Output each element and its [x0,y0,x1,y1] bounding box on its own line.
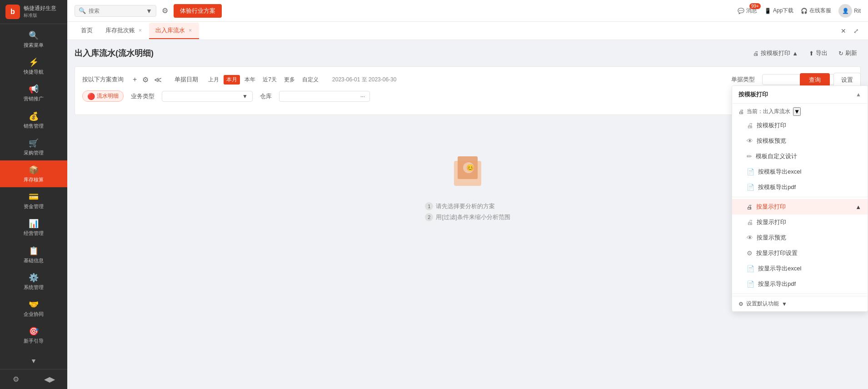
sidebar-item-sales[interactable]: 💰销售管理 [0,107,67,134]
export-icon: ⬆ [809,50,814,57]
dropdown-panel-expand-btn[interactable]: ▲ [856,91,861,98]
empty-tip-2: 2 用[过滤]条件来缩小分析范围 [425,213,510,221]
dropdown-item-display-export-pdf[interactable]: 📄按显示导出pdf [732,276,868,292]
inventory-label: 库存核算 [24,177,44,183]
dropdown-item-template-custom[interactable]: ✏模板自定义设计 [732,149,868,164]
sidebar-item-guide[interactable]: 🎯新手引导 [0,322,67,349]
dropdown-item-display-print-settings[interactable]: ⚙按显示打印设置 [732,245,868,261]
header-gear-btn[interactable]: ⚙ [162,6,168,15]
display-preview-icon: 👁 [747,234,753,241]
dropdown-item-display-print[interactable]: 🖨按显示打印 [732,214,868,230]
filter-add-btn[interactable]: + [131,75,139,85]
capital-icon: 💳 [29,192,39,202]
app-download-label: App下载 [773,7,793,15]
logo-icon: b [5,5,20,19]
dropdown-panel: 按模板打印 ▲ 🖨 当前：出入库流水 ▼ 🖨按模板打印👁按模板预览✏模板自定义设… [732,85,868,312]
dropdown-item-template-export-excel[interactable]: 📄按模板导出excel [732,164,868,180]
sales-icon: 💰 [29,111,39,121]
sidebar-scroll-up[interactable]: ▼ [28,354,40,367]
current-icon: 🖨 [738,109,744,115]
tab-batch-ledger[interactable]: 库存批次账× [99,23,149,39]
refresh-btn[interactable]: ↻ 刷新 [835,47,861,59]
dropdown-footer[interactable]: ⚙ 设置默认功能 ▼ [732,296,868,311]
search-icon: 🔍 [29,30,39,40]
business-type-select[interactable]: ▼ [162,91,253,102]
date-btn-prev-month[interactable]: 上月 [205,75,222,85]
display-export-pdf-icon: 📄 [747,280,754,288]
tab-close-batch-ledger[interactable]: × [138,28,143,33]
sidebar-item-cooperation[interactable]: 🤝企业协同 [0,295,67,322]
display-print-icon: 🖨 [747,219,753,226]
dropdown-divider-1 [732,197,868,197]
template-items: 🖨按模板打印👁按模板预览✏模板自定义设计📄按模板导出excel📄按模板导出pdf [732,118,868,195]
user-info[interactable]: 👤 Rit [838,4,861,18]
display-export-excel-icon: 📄 [747,265,754,272]
sidebar-settings-btn[interactable]: ⚙ [9,373,23,385]
sidebar-item-marketing[interactable]: 📢营销推广 [0,80,67,106]
template-export-excel-label: 按模板导出excel [758,168,801,176]
dropdown-item-template-print[interactable]: 🖨按模板打印 [732,118,868,133]
export-btn[interactable]: ⬆ 导出 [805,47,831,59]
online-service-btn[interactable]: 🎧 在线客服 [801,7,831,15]
date-label: 单据日期 [175,75,198,84]
sidebar-item-capital[interactable]: 💳资金管理 [0,187,67,214]
warehouse-select[interactable]: ··· [279,91,370,102]
header-search-box[interactable]: 🔍 ▼ [75,5,156,17]
search-input[interactable] [89,8,143,14]
tab-close-all-btn[interactable]: ✕ [839,26,848,35]
app-download-icon: 📱 [764,8,771,14]
search-dropdown-btn[interactable]: ▼ [146,7,152,15]
date-btn-this-month[interactable]: 本月 [224,75,240,85]
print-template-label: 按模板打印 [761,49,790,57]
date-btn-custom[interactable]: 自定义 [299,75,321,85]
dropdown-item-template-export-pdf[interactable]: 📄按模板导出pdf [732,180,868,195]
template-custom-icon: ✏ [747,153,752,160]
display-section-chevron: ▲ [855,204,861,210]
refresh-icon: ↻ [838,50,843,57]
guide-icon: 🎯 [29,326,39,336]
dropdown-item-template-preview[interactable]: 👁按模板预览 [732,133,868,149]
display-print-label: 按显示打印 [757,218,786,226]
template-export-pdf-label: 按模板导出pdf [758,183,796,191]
sidebar-item-search[interactable]: 🔍搜索菜单 [0,26,67,53]
sidebar-bottom: ⚙ ◀▶ [0,369,67,389]
refresh-label: 刷新 [845,49,857,57]
industry-btn[interactable]: 体验行业方案 [174,4,222,18]
tip-num-2: 2 [425,213,433,221]
sales-label: 销售管理 [24,123,44,129]
sidebar-item-operation[interactable]: 📊经营管理 [0,214,67,241]
basic-icon: 📋 [29,246,39,256]
tab-maximize-btn[interactable]: ⤢ [852,26,861,35]
print-template-btn[interactable]: 🖨 按模板打印 ▲ [749,47,802,59]
sidebar-item-system[interactable]: ⚙️系统管理 [0,268,67,295]
sidebar-item-purchase[interactable]: 🛒采购管理 [0,134,67,160]
date-btn-this-year[interactable]: 本年 [242,75,258,85]
sidebar-item-app-center[interactable]: 🔲应用中心 [0,349,67,353]
tab-home[interactable]: 首页 [75,23,99,39]
sidebar-item-basic[interactable]: 📋基础信息 [0,241,67,268]
dropdown-item-display-preview[interactable]: 👁按显示预览 [732,230,868,245]
dropdown-item-display-export-excel[interactable]: 📄按显示导出excel [732,261,868,276]
display-section-title[interactable]: 🖨 按显示打印 ▲ [732,199,868,214]
current-chevron-btn[interactable]: ▼ [793,107,801,116]
cooperation-label: 企业协同 [24,311,44,317]
filter-collapse-icon-btn[interactable]: ≪ [152,75,164,85]
user-name: Rit [854,8,861,14]
page-header: 出入库流水(流水明细) 🖨 按模板打印 ▲ ⬆ 导出 ↻ 刷新 [75,47,861,59]
query-btn[interactable]: 查询 [800,73,830,87]
tab-inout-flow[interactable]: 出入库流水× [149,23,199,39]
sidebar-item-inventory[interactable]: 📦库存核算 [0,160,67,187]
app-download-btn[interactable]: 📱 App下载 [764,7,793,15]
footer-icon: ⚙ [738,301,743,307]
filter-settings-btn[interactable]: ⚙ [140,75,150,85]
sidebar-item-quick-nav[interactable]: ⚡快捷导航 [0,53,67,80]
date-btn-last-7days[interactable]: 近7天 [260,75,279,85]
sidebar-collapse-btn[interactable]: ◀▶ [40,373,59,385]
date-btn-more[interactable]: 更多 [281,75,298,85]
message-btn[interactable]: 💬 消息 99+ [738,7,757,15]
display-export-excel-label: 按显示导出excel [758,264,801,273]
inventory-icon: 📦 [29,165,39,175]
tab-label-inout-flow: 出入库流水 [155,26,185,35]
sidebar: b 畅捷通好生意 标准版 🔍搜索菜单⚡快捷导航📢营销推广💰销售管理🛒采购管理📦库… [0,0,67,389]
tab-close-inout-flow[interactable]: × [188,28,193,33]
